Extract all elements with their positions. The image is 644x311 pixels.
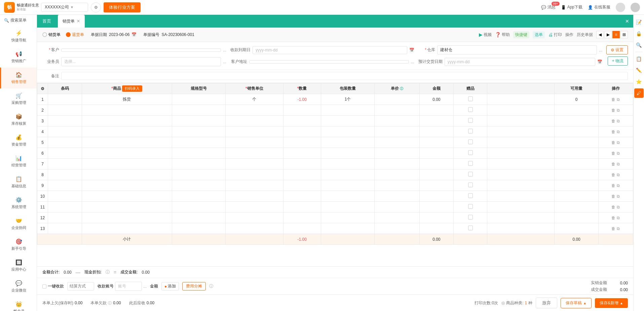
gift-checkbox-2[interactable] — [468, 107, 473, 112]
sidebar-item-quick-nav[interactable]: ⚡ 快捷导航 — [0, 26, 37, 47]
right-panel-icon-1[interactable]: 📝 — [634, 17, 644, 27]
view-btn-grid[interactable]: ⊞ — [620, 31, 628, 38]
customer-address-input[interactable] — [249, 60, 409, 64]
right-panel-icon-3[interactable]: 🔍 — [634, 40, 644, 50]
payment-method-select[interactable]: 结算方式 — [67, 282, 94, 290]
delete-icon-12[interactable]: 🗑 — [611, 216, 615, 220]
payment-calendar-icon[interactable]: 📅 — [409, 48, 414, 52]
gift-checkbox-3[interactable] — [468, 118, 473, 123]
row-barcode-1[interactable] — [48, 94, 82, 105]
view-btn-list[interactable]: ≡ — [612, 31, 620, 38]
delete-icon-6[interactable]: 🗑 — [611, 151, 615, 156]
gift-checkbox-11[interactable] — [468, 204, 473, 209]
expense-help-icon[interactable]: ⓘ — [209, 283, 213, 289]
col-settings[interactable]: ⚙ — [37, 83, 48, 94]
row-spec-1[interactable] — [172, 94, 226, 105]
gift-checkbox-8[interactable] — [468, 172, 473, 177]
history-action[interactable]: 历史单据 — [577, 32, 593, 38]
delete-icon-3[interactable]: 🗑 — [611, 119, 615, 123]
app-download-button[interactable]: 📱 App下载 — [561, 4, 582, 10]
help-action[interactable]: ❓ 帮助 — [495, 32, 510, 38]
delete-icon-2[interactable]: 🗑 — [611, 108, 615, 113]
help-icon-small[interactable]: ⓘ — [108, 301, 112, 306]
gift-checkbox-10[interactable] — [468, 193, 473, 198]
user-avatar[interactable] — [616, 3, 625, 12]
date-value[interactable]: 2023-06-06 — [109, 32, 129, 37]
copy-icon-1[interactable]: ⧉ — [617, 97, 620, 102]
copy-icon-11[interactable]: ⧉ — [617, 205, 620, 209]
sidebar-item-base[interactable]: 📋 基础信息 — [0, 172, 37, 193]
delete-icon-9[interactable]: 🗑 — [611, 183, 615, 188]
delivery-calendar-icon[interactable]: 📅 — [597, 60, 602, 64]
sidebar-item-inventory[interactable]: 📦 库存核算 — [0, 109, 37, 130]
sidebar-item-enterprise[interactable]: 🤝 企业协同 — [0, 213, 37, 234]
row-unit-1[interactable]: 个 — [226, 94, 283, 105]
sidebar-item-finance[interactable]: 💰 资金管理 — [0, 130, 37, 151]
row-goods-1[interactable]: 拣货 — [82, 94, 172, 105]
delete-icon-5[interactable]: 🗑 — [611, 140, 615, 145]
delivery-date-input[interactable]: yyyy-mm-dd — [445, 58, 595, 66]
gift-checkbox-7[interactable] — [468, 161, 473, 166]
logistics-button[interactable]: + 物流 — [608, 56, 628, 66]
copy-icon-4[interactable]: ⧉ — [617, 129, 620, 134]
delete-icon-1[interactable]: 🗑 — [611, 97, 615, 102]
video-action[interactable]: ▶ 视频 — [479, 32, 492, 38]
customer-more-icon[interactable]: ... — [223, 48, 226, 52]
close-all-tabs-icon[interactable]: ✕ — [625, 18, 629, 24]
notes-input[interactable] — [61, 72, 628, 80]
address-more-icon[interactable]: ... — [411, 60, 414, 64]
copy-icon-9[interactable]: ⧉ — [617, 183, 620, 188]
gift-checkbox-5[interactable] — [468, 140, 473, 144]
account-input[interactable]: 账号 — [115, 282, 142, 291]
row-qty-1[interactable]: -1.00 — [283, 94, 321, 105]
select-action[interactable]: 选单 — [533, 31, 545, 38]
gift-checkbox-12[interactable] — [468, 215, 473, 220]
gift-checkbox-4[interactable] — [468, 129, 473, 133]
copy-icon-10[interactable]: ⧉ — [617, 194, 620, 199]
copy-icon-6[interactable]: ⧉ — [617, 151, 620, 156]
form-settings-button[interactable]: ⚙ 设置 — [606, 45, 628, 54]
help-circle-icon[interactable]: ⓘ — [106, 269, 110, 275]
tab-close-icon[interactable]: ✕ — [77, 19, 80, 24]
account-more-icon[interactable]: ... — [143, 284, 147, 289]
sidebar-item-operations[interactable]: 📊 经营管理 — [0, 151, 37, 172]
row-price-2[interactable] — [375, 105, 420, 116]
one-click-pay-checkbox[interactable]: 一键收款 — [42, 283, 64, 289]
copy-icon-5[interactable]: ⧉ — [617, 140, 620, 145]
return-radio[interactable]: 退货单 — [66, 32, 84, 38]
shortcut-action[interactable]: 快捷键 — [513, 31, 529, 38]
message-button[interactable]: 💬 消息 99+ — [541, 4, 556, 10]
right-panel-icon-4[interactable]: 📋 — [634, 54, 644, 64]
view-btn-next[interactable]: ▶ — [604, 31, 612, 38]
row-price-1[interactable] — [375, 94, 420, 105]
gift-checkbox-13[interactable] — [468, 226, 473, 230]
delete-icon-8[interactable]: 🗑 — [611, 172, 615, 177]
row-amount-1[interactable]: 0.00 — [420, 94, 454, 105]
operate-action[interactable]: 操作 — [565, 32, 573, 38]
salesman-more-icon[interactable]: ... — [223, 60, 226, 64]
sidebar-item-marketing[interactable]: 📢 营销推广 — [0, 47, 37, 68]
gift-checkbox-1[interactable] — [468, 96, 473, 101]
copy-icon-12[interactable]: ⧉ — [617, 216, 620, 220]
calendar-icon[interactable]: 📅 — [131, 32, 137, 37]
row-qty-2[interactable] — [283, 105, 321, 116]
search-menu[interactable]: 🔍 搜索菜单 — [0, 15, 37, 26]
bill-no-value[interactable]: SA-20230606-001 — [161, 32, 194, 37]
row-gift-2[interactable] — [453, 105, 487, 116]
delete-icon-7[interactable]: 🗑 — [611, 162, 615, 166]
delete-icon-4[interactable]: 🗑 — [611, 129, 615, 134]
warehouse-input[interactable]: 建材仓 — [437, 45, 597, 54]
row-goods-2[interactable] — [82, 105, 172, 116]
row-unit-2[interactable] — [226, 105, 283, 116]
right-panel-icon-5[interactable]: ✏️ — [634, 66, 644, 75]
sidebar-item-apps[interactable]: 🔲 应用中心 — [0, 255, 37, 276]
expense-split-button[interactable]: 费用分摊 — [182, 282, 206, 290]
right-panel-icon-6[interactable]: ⭐ — [634, 77, 644, 86]
row-pack-qty-2[interactable] — [321, 105, 375, 116]
customer-input[interactable] — [61, 48, 221, 52]
gift-checkbox-6[interactable] — [468, 150, 473, 155]
online-service-button[interactable]: 👤 在线客服 — [588, 4, 610, 10]
copy-icon-7[interactable]: ⧉ — [617, 162, 620, 166]
sidebar-item-guide[interactable]: 🎯 新手引导 — [0, 234, 37, 255]
copy-icon-8[interactable]: ⧉ — [617, 172, 620, 177]
